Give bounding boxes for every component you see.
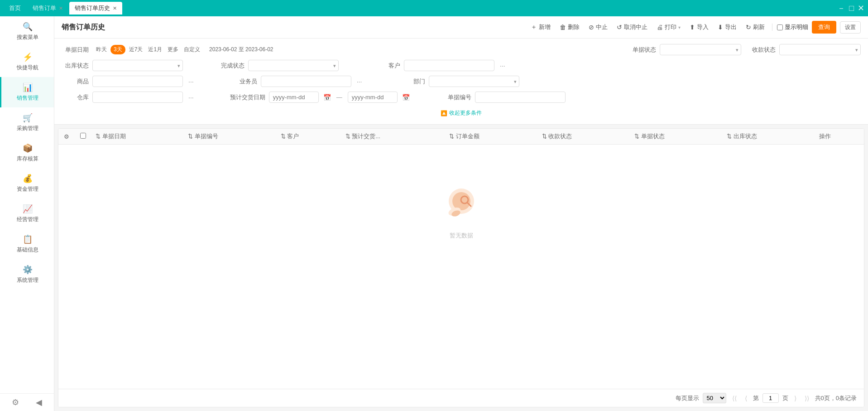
sidebar-item-basic-info[interactable]: 📋 基础信息 xyxy=(0,229,54,259)
sidebar-item-sales-mgmt[interactable]: 📊 销售管理 xyxy=(0,77,54,107)
order-status-select[interactable] xyxy=(660,44,741,55)
th-payment-status[interactable]: ⇅ 收款状态 xyxy=(537,129,630,145)
th-date-label: ⇅ 单据日期 xyxy=(96,133,126,140)
payment-status-select[interactable] xyxy=(779,44,861,55)
sidebar-collapse-button[interactable]: ◀ xyxy=(36,397,42,407)
filter-product-item: 商品 ··· xyxy=(62,76,196,87)
th-number[interactable]: ⇅ 单据编号 xyxy=(183,129,276,145)
completion-status-select[interactable] xyxy=(248,60,339,71)
warehouse-input[interactable] xyxy=(92,92,183,103)
delivery-date-end-input[interactable] xyxy=(348,92,398,103)
sidebar-item-inventory[interactable]: 📦 库存核算 xyxy=(0,138,54,168)
date-buttons: 昨天 3天 近7天 近1月 更多 自定义 xyxy=(94,45,202,54)
customer-input[interactable] xyxy=(404,60,494,71)
date-btn-7days[interactable]: 近7天 xyxy=(127,45,145,54)
last-page-button[interactable]: ⟩⟩ xyxy=(802,394,811,403)
date-range-display: 2023-06-02 至 2023-06-02 xyxy=(209,46,273,53)
date-btn-1month[interactable]: 近1月 xyxy=(146,45,164,54)
delivery-status-label: 出库状态 xyxy=(62,62,89,70)
th-actions: 操作 xyxy=(815,129,864,145)
sidebar-item-system[interactable]: ⚙️ 系统管理 xyxy=(0,259,54,290)
filter-row-2: 出库状态 完成状态 客户 xyxy=(62,60,861,71)
gear-icon[interactable]: ⚙ xyxy=(64,133,69,140)
delivery-status-select[interactable] xyxy=(92,60,183,71)
th-delivery[interactable]: ⇅ 预计交货... xyxy=(341,129,445,145)
search-menu-icon: 🔍 xyxy=(23,22,33,32)
sidebar-item-operations-label: 经营管理 xyxy=(17,216,38,223)
select-all-checkbox[interactable] xyxy=(80,133,86,139)
sidebar-item-sales-mgmt-label: 销售管理 xyxy=(17,94,38,102)
main-layout: 🔍 搜索菜单 ⚡ 快捷导航 📊 销售管理 🛒 采购管理 📦 库存核算 💰 资金管… xyxy=(0,16,868,411)
per-page-select[interactable]: 10 20 50 100 xyxy=(703,393,726,403)
print-dropdown-icon: ▾ xyxy=(678,25,681,30)
sidebar-settings-button[interactable]: ⚙ xyxy=(12,397,19,407)
product-input[interactable] xyxy=(92,76,183,87)
salesperson-dots-button[interactable]: ··· xyxy=(355,78,364,85)
th-date[interactable]: ⇅ 单据日期 xyxy=(91,129,183,145)
date-btn-more[interactable]: 更多 xyxy=(166,45,180,54)
first-page-button[interactable]: ⟨⟨ xyxy=(730,394,739,403)
filter-date-item: 单据日期 昨天 3天 近7天 近1月 更多 自定义 2023-06-02 至 2… xyxy=(62,45,273,54)
completion-status-label: 完成状态 xyxy=(217,62,245,70)
new-button[interactable]: ＋ 新增 xyxy=(528,21,553,33)
stop-button[interactable]: ⊘ 中止 xyxy=(586,21,610,33)
date-btn-3days[interactable]: 3天 xyxy=(110,45,125,54)
date-separator: — xyxy=(336,94,342,101)
settings-button[interactable]: 设置 xyxy=(840,21,861,34)
filter-warehouse-item: 仓库 ··· xyxy=(62,92,196,103)
next-page-button[interactable]: ⟩ xyxy=(792,394,799,403)
cancel-stop-button[interactable]: ↺ 取消中止 xyxy=(614,21,650,33)
sidebar-item-purchase-mgmt[interactable]: 🛒 采购管理 xyxy=(0,107,54,138)
th-customer[interactable]: ⇅ 客户 xyxy=(276,129,341,145)
sidebar-item-quick-nav[interactable]: ⚡ 快捷导航 xyxy=(0,47,54,77)
calendar-start-icon[interactable]: 📅 xyxy=(323,94,331,101)
filter-customer-item: 客户 ··· xyxy=(373,60,507,71)
print-icon: 🖨 xyxy=(657,24,663,31)
th-delivery-status[interactable]: ⇅ 出库状态 xyxy=(722,129,815,145)
sidebar-bottom: ⚙ ◀ xyxy=(0,393,54,411)
show-detail-checkbox-container[interactable]: 显示明细 xyxy=(777,23,808,31)
show-detail-checkbox[interactable] xyxy=(777,24,783,30)
close-button[interactable]: ✕ xyxy=(858,4,864,12)
delivery-status-select-wrapper xyxy=(92,60,183,71)
sidebar-item-quick-nav-label: 快捷导航 xyxy=(17,64,38,72)
page-number-input[interactable] xyxy=(762,393,779,403)
export-button[interactable]: ⬇ 导出 xyxy=(715,21,739,33)
expected-delivery-label: 预计交货日期 xyxy=(230,93,265,102)
show-detail-label: 显示明细 xyxy=(785,23,808,31)
print-button[interactable]: 🖨 打印 ▾ xyxy=(654,21,683,33)
tab-sales-order[interactable]: 销售订单 ✕ xyxy=(27,2,68,15)
delete-button[interactable]: 🗑 删除 xyxy=(557,21,582,33)
th-amount[interactable]: ⇅ 订单金额 xyxy=(445,129,537,145)
sidebar-item-inventory-label: 库存核算 xyxy=(17,155,38,163)
import-button[interactable]: ⬆ 导入 xyxy=(687,21,711,33)
refresh-button[interactable]: ↻ 刷新 xyxy=(743,21,767,33)
date-btn-custom[interactable]: 自定义 xyxy=(182,45,202,54)
calendar-end-icon[interactable]: 📅 xyxy=(402,94,410,101)
salesperson-input[interactable] xyxy=(261,76,351,87)
sidebar-item-finance[interactable]: 💰 资金管理 xyxy=(0,168,54,198)
sidebar-item-operations[interactable]: 📈 经营管理 xyxy=(0,198,54,229)
query-button[interactable]: 查询 xyxy=(812,21,836,34)
per-page-label: 每页显示 xyxy=(676,394,699,402)
customer-dots-button[interactable]: ··· xyxy=(498,62,507,69)
minimize-button[interactable]: － xyxy=(837,4,845,12)
department-select[interactable] xyxy=(429,76,519,87)
warehouse-dots-button[interactable]: ··· xyxy=(187,94,196,101)
order-number-input[interactable] xyxy=(475,92,566,103)
tab-home[interactable]: 首页 xyxy=(4,2,26,15)
tab-sales-order-close[interactable]: ✕ xyxy=(59,5,63,11)
collapse-label: 收起更多条件 xyxy=(449,109,482,117)
prev-page-button[interactable]: ⟨ xyxy=(743,394,749,403)
sidebar-item-search-menu[interactable]: 🔍 搜索菜单 xyxy=(0,16,54,47)
tab-sales-order-history-close[interactable]: ✕ xyxy=(113,5,117,11)
filter-row-3: 商品 ··· 业务员 ··· 部门 xyxy=(62,76,861,87)
collapse-button[interactable]: 🔼 收起更多条件 xyxy=(441,109,482,117)
purchase-mgmt-icon: 🛒 xyxy=(23,113,33,123)
product-dots-button[interactable]: ··· xyxy=(187,78,196,85)
delivery-date-start-input[interactable] xyxy=(269,92,319,103)
th-order-status[interactable]: ⇅ 单据状态 xyxy=(630,129,722,145)
maximize-button[interactable]: □ xyxy=(849,4,854,12)
date-btn-yesterday[interactable]: 昨天 xyxy=(94,45,109,54)
tab-sales-order-history[interactable]: 销售订单历史 ✕ xyxy=(69,2,122,15)
